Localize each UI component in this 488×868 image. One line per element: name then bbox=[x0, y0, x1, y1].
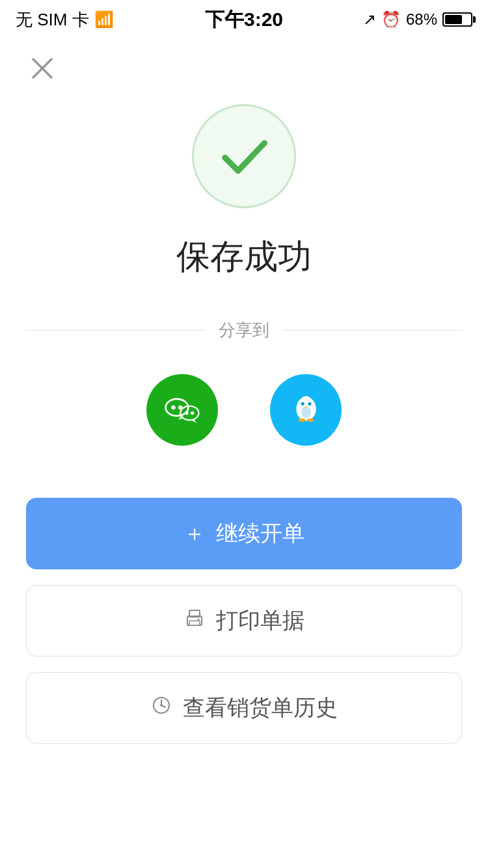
divider-section: 分享到 bbox=[26, 319, 462, 342]
action-buttons: ＋ 继续开单 打印单据 bbox=[26, 498, 462, 744]
svg-point-5 bbox=[180, 406, 198, 420]
wechat-icon bbox=[161, 389, 204, 431]
plus-icon: ＋ bbox=[183, 519, 206, 549]
history-button[interactable]: 查看销货单历史 bbox=[26, 672, 462, 744]
svg-point-21 bbox=[198, 619, 200, 621]
divider-left bbox=[26, 330, 206, 331]
success-checkmark-icon bbox=[215, 127, 273, 185]
share-qq-button[interactable] bbox=[270, 374, 342, 446]
svg-point-6 bbox=[185, 411, 188, 414]
print-button[interactable]: 打印单据 bbox=[26, 585, 462, 657]
svg-point-16 bbox=[306, 418, 314, 421]
battery-percent: 68% bbox=[406, 10, 437, 29]
carrier-text: 无 SIM 卡 bbox=[16, 8, 89, 31]
svg-rect-20 bbox=[189, 621, 200, 625]
wifi-icon: 📶 bbox=[94, 10, 114, 29]
status-time: 下午3:20 bbox=[205, 7, 283, 33]
history-label: 查看销货单历史 bbox=[183, 693, 338, 723]
svg-point-7 bbox=[190, 411, 193, 414]
print-icon bbox=[183, 607, 206, 634]
status-right: ↗ ⏰ 68% bbox=[363, 10, 472, 29]
history-icon bbox=[150, 694, 172, 722]
status-bar: 无 SIM 卡 📶 下午3:20 ↗ ⏰ 68% bbox=[0, 0, 488, 39]
svg-point-17 bbox=[301, 407, 310, 418]
share-wechat-button[interactable] bbox=[146, 374, 218, 446]
print-label: 打印单据 bbox=[216, 606, 305, 636]
divider-label: 分享到 bbox=[219, 319, 269, 342]
svg-point-12 bbox=[302, 403, 303, 404]
clock-svg-icon bbox=[150, 694, 172, 716]
printer-svg-icon bbox=[183, 607, 206, 629]
success-title: 保存成功 bbox=[176, 234, 312, 280]
qq-icon bbox=[285, 389, 327, 431]
svg-point-15 bbox=[298, 418, 305, 421]
svg-point-13 bbox=[309, 403, 310, 404]
battery-fill bbox=[445, 15, 462, 24]
close-icon bbox=[31, 57, 54, 80]
svg-line-25 bbox=[161, 705, 165, 707]
svg-point-3 bbox=[171, 405, 176, 409]
divider-right bbox=[282, 330, 462, 331]
location-icon: ↗ bbox=[363, 10, 376, 29]
close-button[interactable] bbox=[26, 52, 59, 85]
continue-button[interactable]: ＋ 继续开单 bbox=[26, 498, 462, 569]
main-content: 保存成功 分享到 bbox=[0, 39, 488, 868]
battery-icon bbox=[442, 12, 472, 27]
alarm-icon: ⏰ bbox=[381, 10, 401, 29]
continue-label: 继续开单 bbox=[216, 519, 305, 549]
status-left: 无 SIM 卡 📶 bbox=[16, 8, 114, 31]
success-icon-wrapper bbox=[192, 104, 296, 208]
share-row bbox=[146, 374, 342, 446]
